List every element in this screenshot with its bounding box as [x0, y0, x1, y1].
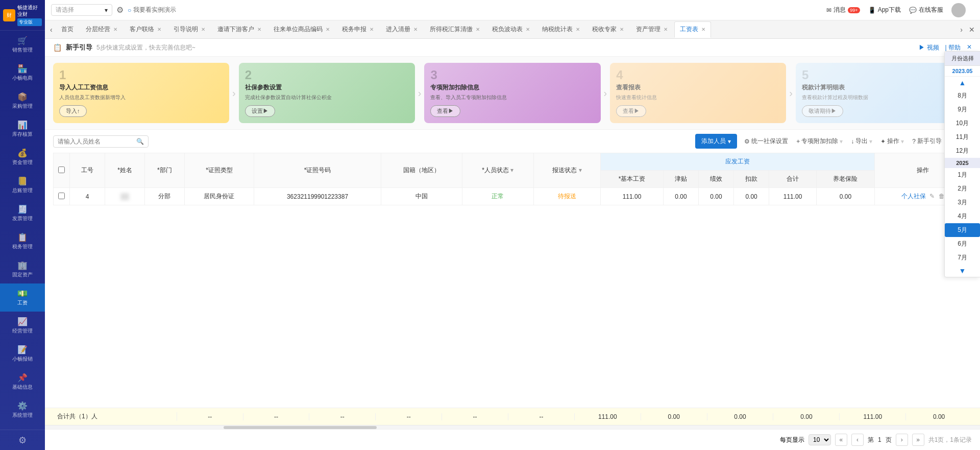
messages-btn[interactable]: ✉ 消息 99+: [826, 6, 860, 14]
sidebar-item-cooperation[interactable]: 🤝 企业协同: [0, 424, 45, 430]
tab-nav-right[interactable]: ›: [957, 26, 966, 34]
guide-help-btn[interactable]: | 帮助: [945, 43, 961, 52]
th-select-all[interactable]: [54, 153, 70, 188]
guide-video-btn[interactable]: ▶ 视频: [919, 43, 939, 52]
sidebar-item-inventory[interactable]: 📊 库存核算: [0, 115, 45, 143]
sidebar-item-invoice[interactable]: 🧾 发票管理: [0, 199, 45, 227]
tab-close-tax-stat[interactable]: ✕: [576, 27, 580, 32]
user-select[interactable]: 请选择 ▾: [51, 4, 112, 16]
month-item-3月[interactable]: 3月: [945, 196, 980, 209]
tab-layered[interactable]: 分层经营✕: [80, 21, 123, 38]
sidebar-item-system[interactable]: ⚙️ 系统管理: [0, 396, 45, 424]
month-nav-up[interactable]: ▲: [945, 77, 980, 89]
month-item-9月[interactable]: 9月: [945, 103, 980, 116]
tab-close-all[interactable]: ✕: [966, 26, 978, 34]
action-edit-0[interactable]: ✎: [929, 193, 935, 200]
tab-close-tax-report[interactable]: ✕: [370, 27, 374, 32]
tab-product-code[interactable]: 往来单位商品编码✕: [268, 21, 335, 38]
sidebar-item-salary[interactable]: 💵 工资: [0, 283, 45, 312]
guide-arrow-3: ›: [601, 87, 610, 99]
settings-icon[interactable]: ⚙: [0, 430, 45, 450]
sidebar-item-purchase[interactable]: 📦 采购管理: [0, 87, 45, 115]
select-all-checkbox[interactable]: [58, 167, 65, 173]
tab-clearance[interactable]: 进入清册✕: [380, 21, 423, 38]
sidebar-item-tax[interactable]: 📋 税务管理: [0, 227, 45, 255]
tab-guide-tab[interactable]: 引导说明✕: [168, 21, 211, 38]
row-select-0[interactable]: [58, 193, 65, 199]
page-last-btn[interactable]: »: [912, 434, 924, 446]
action-personal-insurance-0[interactable]: 个人社保: [901, 193, 926, 200]
page-size-select[interactable]: 10 20 50: [808, 434, 831, 445]
guide-close-btn[interactable]: ✕: [967, 43, 972, 52]
month-item-7月[interactable]: 7月: [945, 251, 980, 265]
sidebar-item-mini-sales[interactable]: 📝 小畅报销: [0, 340, 45, 368]
tab-tax-report[interactable]: 税务申报✕: [336, 21, 379, 38]
tab-close-tax-expert[interactable]: ✕: [620, 27, 624, 32]
toolbar-action-3[interactable]: ✦操作 ▾: [877, 135, 907, 147]
user-avatar[interactable]: [951, 3, 966, 17]
tab-close-tax-calc[interactable]: ✕: [476, 27, 480, 32]
month-item-2月[interactable]: 2月: [945, 182, 980, 196]
action-delete-0[interactable]: 🗑: [939, 193, 945, 200]
tab-tax-incentive[interactable]: 税负波动表✕: [486, 21, 535, 38]
sidebar-item-assets[interactable]: 🏢 固定资产: [0, 255, 45, 283]
tab-tax-expert[interactable]: 税收专家✕: [586, 21, 629, 38]
sidebar-item-ledger[interactable]: 📒 总账管理: [0, 171, 45, 199]
tab-close-assets-mgmt[interactable]: ✕: [664, 27, 668, 32]
tab-close-tax-incentive[interactable]: ✕: [526, 27, 530, 32]
online-service-btn[interactable]: 💬 在线客服: [909, 6, 943, 14]
month-item-12月[interactable]: 12月: [945, 144, 980, 158]
tab-label-tax-incentive: 税负波动表: [492, 25, 523, 34]
row-checkbox-0[interactable]: [54, 188, 70, 205]
tab-close-salary-tab[interactable]: ✕: [701, 27, 705, 32]
sidebar-label-invoice: 发票管理: [12, 215, 33, 222]
sidebar-item-ecommerce[interactable]: 🏪 小畅电商: [0, 59, 45, 87]
sidebar-item-operations[interactable]: 📈 经营管理: [0, 312, 45, 340]
guide-step-btn-1[interactable]: 导入↑: [59, 105, 87, 117]
month-item-8月[interactable]: 8月: [945, 89, 980, 103]
month-nav-down[interactable]: ▼: [945, 265, 980, 277]
tab-close-product-code[interactable]: ✕: [326, 27, 330, 32]
tab-invite[interactable]: 邀请下游客户✕: [212, 21, 267, 38]
guide-step-btn-5[interactable]: 敬请期待▶: [802, 105, 843, 117]
tab-tax-stat[interactable]: 纳税统计表✕: [536, 21, 585, 38]
tab-home[interactable]: 首页: [56, 21, 79, 38]
month-item-10月[interactable]: 10月: [945, 116, 980, 130]
tab-close-clearance[interactable]: ✕: [413, 27, 418, 32]
toolbar-action-2[interactable]: ↓导出 ▾: [848, 135, 875, 147]
tab-close-guide-tab[interactable]: ✕: [201, 27, 205, 32]
app-download-btn[interactable]: 📱 App下载: [868, 6, 901, 14]
guide-step-btn-2[interactable]: 设置▶: [245, 105, 275, 117]
tab-assets-mgmt[interactable]: 资产管理✕: [630, 21, 673, 38]
page-next-btn[interactable]: ›: [896, 434, 908, 446]
page-first-btn[interactable]: «: [835, 434, 847, 446]
tab-close-customer[interactable]: ✕: [157, 27, 161, 32]
add-person-btn[interactable]: 添加人员 ▾: [695, 134, 737, 149]
page-prev-btn[interactable]: ‹: [851, 434, 864, 446]
search-box[interactable]: 🔍: [53, 135, 149, 148]
month-item-6月[interactable]: 6月: [945, 237, 980, 251]
guide-step-btn-3[interactable]: 查看▶: [430, 105, 460, 117]
sidebar-item-sales[interactable]: 🛒 销售管理: [0, 31, 45, 59]
tab-tax-calc[interactable]: 所得税汇算清缴✕: [424, 21, 485, 38]
toolbar-action-1[interactable]: +专项附加扣除 ▾: [793, 135, 846, 147]
tab-close-layered[interactable]: ✕: [113, 27, 117, 32]
month-item-active[interactable]: 5月: [945, 223, 980, 237]
sidebar-item-basic[interactable]: 📌 基础信息: [0, 368, 45, 396]
month-item-4月[interactable]: 4月: [945, 209, 980, 223]
month-item-1月[interactable]: 1月: [945, 168, 980, 182]
search-input[interactable]: [58, 138, 134, 145]
tab-close-invite[interactable]: ✕: [257, 27, 261, 32]
guide-step-btn-4[interactable]: 查看▶: [616, 105, 646, 117]
toolbar-action-0[interactable]: ⚙统一社保设置: [741, 135, 791, 147]
scroll-bar-area[interactable]: [45, 425, 980, 429]
sidebar-item-capital[interactable]: 💰 资金管理: [0, 143, 45, 171]
tab-customer[interactable]: 客户联络✕: [124, 21, 167, 38]
th-id-type: *证照类型: [184, 153, 254, 188]
toolbar-action-4[interactable]: ?新手引导: [909, 135, 945, 147]
month-item-11月[interactable]: 11月: [945, 130, 980, 144]
demo-btn[interactable]: ○ 我要看实例演示: [128, 6, 176, 14]
gear-icon[interactable]: ⚙: [116, 5, 124, 15]
tab-salary-tab[interactable]: 工资表✕: [674, 21, 711, 38]
tab-nav-left[interactable]: ‹: [47, 26, 56, 34]
